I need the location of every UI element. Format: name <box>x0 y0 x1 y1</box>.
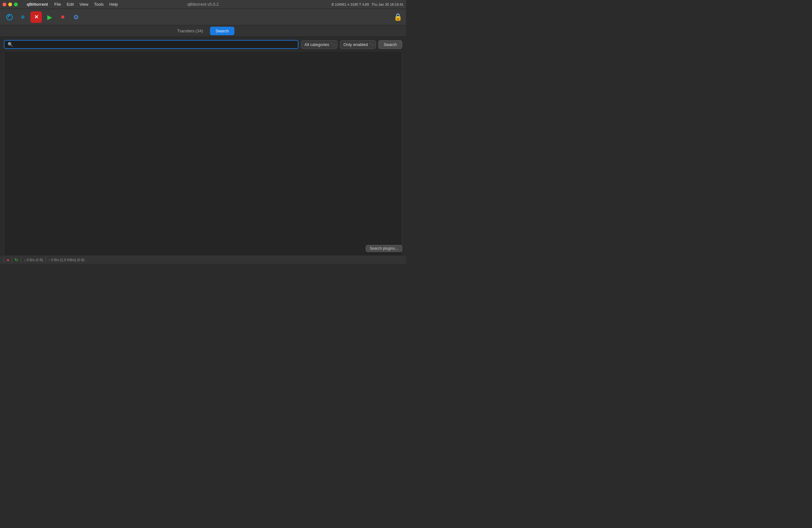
play-button[interactable]: ▶ <box>44 11 55 23</box>
tab-search[interactable]: Search <box>210 27 234 35</box>
search-input-wrap: 🔍 <box>4 40 299 49</box>
preferences-button[interactable]: ⚙ <box>70 11 82 23</box>
close-button[interactable] <box>2 2 6 6</box>
menu-edit[interactable]: Edit <box>67 2 74 7</box>
datetime-label: Thu Jan 30 18:19:41 <box>372 2 404 6</box>
filter-select-wrap: Only enabled All plugins <box>340 40 376 49</box>
search-plugins-button[interactable]: Search plugins... <box>366 245 402 252</box>
lock-icon: 🔒 <box>394 13 402 21</box>
maximize-button[interactable] <box>14 2 18 6</box>
titlebar-right: B 104961 ≡ 3185 T 4,89 Thu Jan 30 18:19:… <box>332 2 404 6</box>
minimize-button[interactable] <box>8 2 12 6</box>
search-input[interactable] <box>15 42 295 47</box>
category-select-wrap: All categories Movies TV Music Games Sof… <box>301 40 337 49</box>
toolbar: + ✕ ▶ ■ ⚙ 🔒 <box>0 9 406 25</box>
search-icon: 🔍 <box>8 42 13 47</box>
menu-help[interactable]: Help <box>110 2 118 7</box>
search-button[interactable]: Search <box>378 40 402 49</box>
stop-button[interactable]: ■ <box>57 11 69 23</box>
resume-button[interactable] <box>4 11 15 23</box>
category-select[interactable]: All categories Movies TV Music Games Sof… <box>301 40 337 49</box>
main-content-area <box>4 52 402 264</box>
titlebar-left: qBittorrent File Edit View Tools Help <box>2 2 122 7</box>
filter-select[interactable]: Only enabled All plugins <box>340 40 376 49</box>
window-title: qBittorrent v5.0.2 <box>187 2 219 7</box>
delete-button[interactable]: ✕ <box>30 11 42 23</box>
traffic-lights <box>2 2 18 6</box>
download-speed: ↓ 0 B/s (0 B) <box>24 258 43 262</box>
menu-view[interactable]: View <box>79 2 88 7</box>
tab-transfers[interactable]: Transfers (34) <box>172 27 209 35</box>
search-area: 🔍 All categories Movies TV Music Games S… <box>0 37 406 52</box>
app-name-label: qBittorrent <box>27 2 48 7</box>
network-status-icon: ↻ <box>15 257 18 262</box>
menu-file[interactable]: File <box>54 2 61 7</box>
statusbar: ● ↻ ↓ 0 B/s (0 B) ↑ 0 B/s [1,0 KiB/s] (0… <box>0 255 406 264</box>
add-torrent-button[interactable]: + <box>17 11 29 23</box>
upload-speed: ↑ 0 B/s [1,0 KiB/s] (0 B) <box>48 258 85 262</box>
system-stats: B 104961 ≡ 3185 T 4,89 <box>332 2 369 6</box>
error-status-icon: ● <box>7 257 9 262</box>
menu-tools[interactable]: Tools <box>94 2 103 7</box>
tabbar: Transfers (34) Search <box>0 25 406 37</box>
titlebar: qBittorrent File Edit View Tools Help qB… <box>0 0 406 9</box>
